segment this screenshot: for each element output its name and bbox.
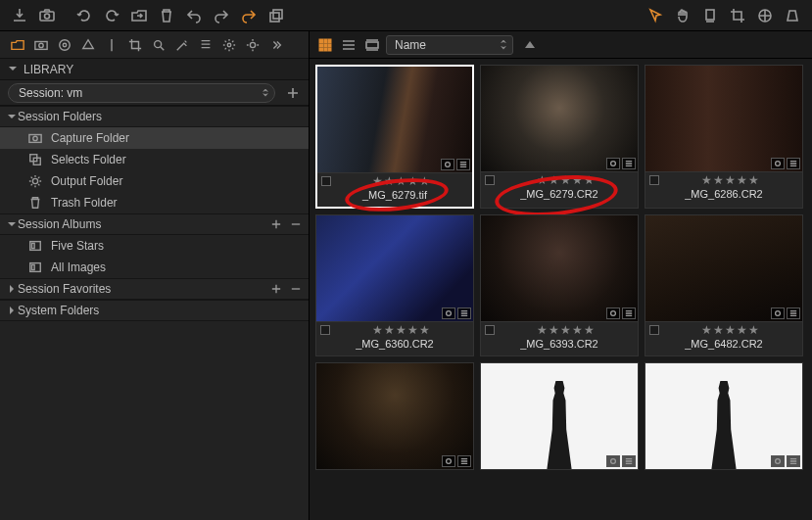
list-view-button[interactable]: [339, 35, 358, 55]
thumbnail-cell[interactable]: ★★★★★_MG_6482.CR2: [645, 214, 803, 356]
sort-direction-button[interactable]: [525, 41, 535, 48]
info-badge-icon[interactable]: [457, 307, 471, 319]
star-rating[interactable]: ★★★★★: [663, 173, 798, 187]
cursor-icon[interactable]: [644, 4, 667, 27]
keystone-icon[interactable]: [781, 4, 804, 27]
info-badge-icon[interactable]: [787, 158, 800, 169]
color-tab-icon[interactable]: [78, 35, 98, 55]
select-checkbox[interactable]: [649, 325, 659, 335]
more-tabs-icon[interactable]: [266, 35, 286, 55]
undo-icon[interactable]: [182, 4, 206, 27]
adjustments-badge-icon[interactable]: [606, 307, 620, 319]
grid-view-button[interactable]: [315, 35, 335, 55]
add-favorite-button[interactable]: [269, 282, 283, 296]
section-system-folders[interactable]: System Folders: [0, 300, 309, 321]
import-icon[interactable]: [8, 4, 31, 27]
library-sidebar: LIBRARY Session: vm Session Folders Capt…: [0, 31, 310, 520]
settings-tab-icon[interactable]: [243, 35, 263, 55]
section-session-folders[interactable]: Session Folders: [0, 106, 309, 127]
svg-rect-19: [32, 243, 35, 248]
adjustments-badge-icon[interactable]: [771, 158, 785, 169]
select-checkbox[interactable]: [320, 325, 330, 335]
folder-trash[interactable]: Trash Folder: [0, 192, 309, 213]
filmstrip-view-button[interactable]: [362, 35, 382, 55]
camera-icon[interactable]: [35, 4, 59, 27]
exposure-tab-icon[interactable]: [102, 35, 121, 55]
crop-icon[interactable]: [726, 4, 749, 27]
output-tab-icon[interactable]: [219, 35, 239, 55]
rating-row: ★★★★★: [481, 322, 638, 338]
folder-selects[interactable]: Selects Folder: [0, 149, 309, 170]
album-five-stars[interactable]: Five Stars: [0, 235, 309, 257]
metadata-tab-icon[interactable]: [196, 35, 215, 55]
info-badge-icon[interactable]: [456, 159, 470, 170]
copies-icon[interactable]: [264, 4, 288, 27]
thumbnail-cell[interactable]: ★★★★★_MG_6279.CR2: [480, 65, 639, 209]
straighten-icon[interactable]: [753, 4, 777, 27]
adjustments-badge-icon[interactable]: [606, 455, 620, 467]
trash-icon[interactable]: [155, 4, 178, 27]
session-select[interactable]: Session: vm: [8, 83, 275, 103]
album-all-images[interactable]: All Images: [0, 257, 309, 278]
adjustments-badge-icon[interactable]: [771, 455, 785, 467]
library-panel-header[interactable]: LIBRARY: [0, 59, 309, 80]
adjustments-badge-icon[interactable]: [441, 159, 454, 170]
select-checkbox[interactable]: [321, 176, 331, 186]
thumbnail-cell[interactable]: [315, 362, 474, 470]
info-badge-icon[interactable]: [622, 158, 636, 169]
info-badge-icon[interactable]: [787, 307, 800, 319]
adjustments-badge-icon[interactable]: [442, 455, 455, 467]
add-session-button[interactable]: [285, 85, 301, 101]
filename-label: _MG_6360.CR2: [316, 338, 473, 355]
remove-favorite-button[interactable]: [289, 282, 303, 296]
section-session-favorites[interactable]: Session Favorites: [0, 278, 309, 300]
select-checkbox[interactable]: [649, 175, 659, 185]
remove-album-button[interactable]: [289, 217, 303, 231]
add-album-button[interactable]: [269, 217, 283, 231]
filename-label: _MG_6279.tif: [317, 189, 472, 207]
section-label: Session Folders: [18, 110, 102, 123]
move-to-folder-icon[interactable]: [127, 4, 151, 27]
info-badge-icon[interactable]: [622, 455, 636, 467]
rotate-ccw-icon[interactable]: [72, 4, 96, 27]
folder-capture[interactable]: Capture Folder: [0, 127, 309, 149]
svg-point-17: [32, 178, 37, 183]
svg-point-38: [447, 459, 452, 464]
sort-field-select[interactable]: Name: [386, 35, 513, 55]
select-checkbox[interactable]: [485, 325, 495, 335]
crop-tab-icon[interactable]: [125, 35, 145, 55]
info-badge-icon[interactable]: [622, 307, 636, 319]
star-rating[interactable]: ★★★★★: [499, 323, 634, 337]
thumbnail-cell[interactable]: ★★★★★_MG_6393.CR2: [480, 214, 639, 356]
star-rating[interactable]: ★★★★★: [499, 173, 634, 187]
redo-icon[interactable]: [210, 4, 233, 27]
thumbnail-cell[interactable]: ★★★★★_MG_6279.tif: [315, 65, 474, 209]
reset-icon[interactable]: [237, 4, 261, 27]
white-balance-icon[interactable]: [698, 4, 722, 27]
lens-tab-icon[interactable]: [55, 35, 74, 55]
thumbnail-cell[interactable]: [480, 362, 639, 470]
adjustments-badge-icon[interactable]: [606, 158, 620, 169]
star-rating[interactable]: ★★★★★: [335, 174, 468, 188]
library-tab-icon[interactable]: [8, 35, 27, 55]
search-tab-icon[interactable]: [149, 35, 168, 55]
thumbnail-cell[interactable]: ★★★★★_MG_6360.CR2: [315, 214, 474, 356]
info-badge-icon[interactable]: [787, 455, 800, 467]
thumbnail-cell[interactable]: [645, 362, 803, 470]
info-badge-icon[interactable]: [457, 455, 471, 467]
folder-output[interactable]: Output Folder: [0, 170, 309, 192]
star-rating[interactable]: ★★★★★: [663, 323, 798, 337]
section-session-albums[interactable]: Session Albums: [0, 213, 309, 235]
adjustments-badge-icon[interactable]: [771, 307, 785, 319]
capture-tab-icon[interactable]: [31, 35, 51, 55]
hand-icon[interactable]: [671, 4, 694, 27]
adjust-tab-icon[interactable]: [172, 35, 192, 55]
star-rating[interactable]: ★★★★★: [334, 323, 469, 337]
thumbnail-image: [316, 215, 473, 321]
svg-point-9: [63, 43, 67, 47]
select-checkbox[interactable]: [485, 175, 495, 185]
adjustments-badge-icon[interactable]: [442, 307, 455, 319]
thumbnail-image: [645, 363, 802, 469]
rotate-cw-icon[interactable]: [100, 4, 123, 27]
thumbnail-cell[interactable]: ★★★★★_MG_6286.CR2: [645, 65, 803, 209]
